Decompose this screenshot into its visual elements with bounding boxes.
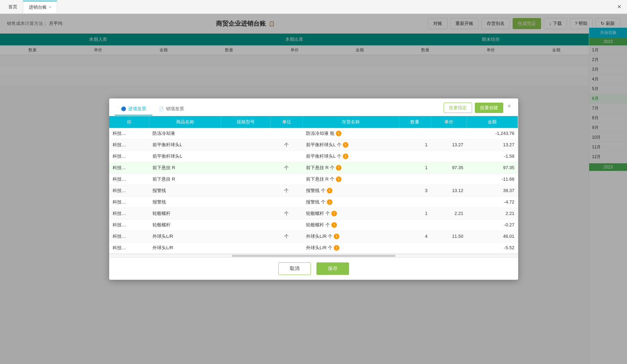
cell-9-7: 46.01 — [467, 231, 518, 242]
cell-2-6 — [431, 150, 467, 162]
cell-8-0: 科技… — [109, 219, 149, 231]
cell-1-5: 1 — [399, 139, 431, 150]
th-col3: 规格型号 — [221, 116, 270, 128]
cell-9-3: 个 — [271, 231, 303, 242]
batch-assign-button[interactable]: 批量指定 — [444, 103, 472, 113]
incoming-tab-label: 进项发票 — [128, 106, 146, 112]
cell-3-5: 1 — [399, 162, 431, 173]
cell-0-4: 防冻冷却液 瓶! — [303, 128, 399, 139]
cell-9-5: 4 — [399, 231, 431, 242]
cell-6-5 — [399, 196, 431, 208]
cell-5-4: 报警线 个! — [303, 185, 399, 196]
cell-10-6 — [431, 242, 467, 253]
cell-7-4: 轮毂螺杆 个! — [303, 208, 399, 219]
warning-icon: ! — [334, 245, 339, 251]
scrollbar-thumb — [232, 255, 395, 257]
cell-3-2 — [221, 162, 270, 173]
incoming-tab-icon: 🔵 — [121, 106, 126, 111]
cell-5-0: 科技… — [109, 185, 149, 196]
warning-icon: ! — [331, 211, 337, 216]
save-button[interactable]: 保存 — [316, 262, 349, 275]
warning-icon: ! — [336, 176, 341, 182]
cell-3-3: 个 — [271, 162, 303, 173]
modal-overlay: 🔵 进项发票 📄 销项发票 批量指定 批量创建 × — [0, 14, 627, 364]
tab-outgoing-invoice[interactable]: 📄 销项发票 — [153, 103, 190, 115]
th-col4: 单位 — [271, 116, 303, 128]
cell-0-6 — [431, 128, 467, 139]
cell-9-2 — [221, 231, 270, 242]
outgoing-tab-icon: 📄 — [159, 106, 164, 111]
cell-10-0: 科技… — [109, 242, 149, 253]
cell-6-2 — [221, 196, 270, 208]
cell-1-3: 个 — [271, 139, 303, 150]
cell-4-2 — [221, 173, 270, 185]
modal-dialog: 🔵 进项发票 📄 销项发票 批量指定 批量创建 × — [109, 98, 518, 280]
table-row: 科技…轮毂螺杆轮毂螺杆 个!-0.27 — [109, 219, 518, 231]
tab-incoming-invoice[interactable]: 🔵 进项发票 — [115, 103, 153, 115]
cell-5-2 — [221, 185, 270, 196]
cell-6-4: 报警线 个! — [303, 196, 399, 208]
th-col5: 存货名称 — [303, 116, 399, 128]
cell-1-1: 前平衡杆球头L — [149, 139, 221, 150]
cell-2-7: -1.59 — [467, 150, 518, 162]
cell-1-7: 13.27 — [467, 139, 518, 150]
cell-5-3: 个 — [271, 185, 303, 196]
warning-icon: ! — [343, 142, 348, 148]
cell-1-2 — [221, 139, 270, 150]
cell-7-0: 科技… — [109, 208, 149, 219]
modal-scroll-area[interactable]: 你 商品名称 规格型号 单位 存货名称 数量 单价 金额 科技…防冻冷 — [109, 116, 518, 254]
cell-4-7: -11.68 — [467, 173, 518, 185]
cell-10-4: 外球头L/R 个! — [303, 242, 399, 253]
modal-header: 🔵 进项发票 📄 销项发票 批量指定 批量创建 × — [109, 98, 518, 116]
cell-6-1: 报警线 — [149, 196, 221, 208]
cell-0-5 — [399, 128, 431, 139]
table-row: 科技…轮毂螺杆个轮毂螺杆 个!12.212.21 — [109, 208, 518, 219]
table-row: 科技…前下悬挂 R个前下悬挂 R 个!197.3597.35 — [109, 162, 518, 173]
th-col6: 数量 — [399, 116, 431, 128]
cell-3-6: 97.35 — [431, 162, 467, 173]
cell-6-6 — [431, 196, 467, 208]
cell-2-0: 科技… — [109, 150, 149, 162]
cancel-button[interactable]: 取消 — [278, 262, 311, 275]
cell-10-7: -5.52 — [467, 242, 518, 253]
horizontal-scrollbar[interactable] — [109, 254, 518, 257]
modal-table-header-row: 你 商品名称 规格型号 单位 存货名称 数量 单价 金额 — [109, 116, 518, 128]
active-tab[interactable]: 进销台账 × — [23, 1, 57, 13]
top-bar: 首页 进销台账 × ✕ — [0, 0, 627, 14]
batch-create-button[interactable]: 批量创建 — [475, 103, 503, 113]
warning-icon: ! — [336, 165, 341, 171]
cell-7-6: 2.21 — [431, 208, 467, 219]
window-close-button[interactable]: ✕ — [614, 2, 624, 11]
th-col8: 金额 — [467, 116, 518, 128]
cell-6-7: -4.72 — [467, 196, 518, 208]
cell-4-6 — [431, 173, 467, 185]
warning-icon: ! — [343, 154, 348, 159]
top-bar-right: ✕ — [614, 2, 624, 11]
cell-1-4: 前平衡杆球头L 个! — [303, 139, 399, 150]
cell-2-1: 前平衡杆球头L — [149, 150, 221, 162]
cell-5-5: 3 — [399, 185, 431, 196]
cell-2-5 — [399, 150, 431, 162]
cell-4-0: 科技… — [109, 173, 149, 185]
modal-header-actions: 批量指定 批量创建 × — [444, 103, 513, 116]
modal-table: 你 商品名称 规格型号 单位 存货名称 数量 单价 金额 科技…防冻冷 — [109, 116, 518, 254]
modal-footer: 取消 保存 — [109, 257, 518, 280]
cell-5-7: 39.37 — [467, 185, 518, 196]
cell-4-3 — [271, 173, 303, 185]
tab-close-icon[interactable]: × — [49, 5, 51, 10]
cell-4-4: 前下悬挂 R 个! — [303, 173, 399, 185]
th-col7: 单价 — [431, 116, 467, 128]
modal-close-button[interactable]: × — [506, 103, 513, 110]
table-row: 科技…防冻冷却液防冻冷却液 瓶!-1,243.76 — [109, 128, 518, 139]
cell-9-0: 科技… — [109, 231, 149, 242]
cell-2-4: 前平衡杆球头L 个! — [303, 150, 399, 162]
table-row: 科技…前下悬挂 R前下悬挂 R 个!-11.68 — [109, 173, 518, 185]
cell-8-1: 轮毂螺杆 — [149, 219, 221, 231]
cell-7-7: 2.21 — [467, 208, 518, 219]
cell-7-2 — [221, 208, 270, 219]
modal-table-body: 科技…防冻冷却液防冻冷却液 瓶!-1,243.76科技…前平衡杆球头L个前平衡杆… — [109, 128, 518, 254]
cell-7-1: 轮毂螺杆 — [149, 208, 221, 219]
cell-3-7: 97.35 — [467, 162, 518, 173]
cell-3-0: 科技… — [109, 162, 149, 173]
home-tab[interactable]: 首页 — [3, 1, 23, 13]
